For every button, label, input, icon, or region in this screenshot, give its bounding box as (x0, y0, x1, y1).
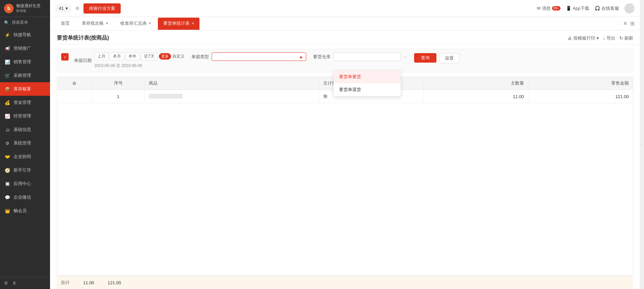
type-dropdown-menu: 要货单要货 要货单退货 (333, 70, 401, 96)
tab-collect-summary-close[interactable]: × (149, 21, 151, 26)
date-label: 单据日期 (74, 58, 92, 64)
dropdown-item-label: 要货单要货 (339, 74, 361, 79)
purchase-icon: 🛒 (4, 72, 11, 79)
last-month-btn[interactable]: 上月 (94, 52, 109, 60)
sidebar-item-basics[interactable]: 🗂 基础信息 (0, 123, 50, 136)
user-avatar[interactable] (624, 3, 635, 14)
tab-inventory-batch[interactable]: 库存批次账 × (76, 18, 114, 30)
collapse-icon[interactable]: ⏸ (12, 281, 17, 286)
sidebar-item-wechat[interactable]: 💬 企业微信 (0, 191, 50, 204)
sidebar-item-label: 营销推广 (14, 45, 31, 51)
app-download-btn[interactable]: 📱 App下载 (566, 5, 589, 12)
topbar: 41 ▾ ⚙ 体验行业方案 ✉ 消息 99+ 📱 App下载 🎧 在线客服 (50, 0, 640, 17)
tab-expand-icon[interactable]: ⊞ (630, 20, 635, 27)
tab-order-stats-close[interactable]: × (192, 21, 194, 26)
sidebar-item-label: 经营管理 (14, 113, 31, 119)
page-actions: 🖨 按模板打印 ▾ ↓ 导出 ↻ 刷新 (568, 35, 634, 41)
app-download-icon: 📱 (566, 6, 571, 11)
tab-order-stats[interactable]: 要货单统计表 × (158, 18, 199, 30)
quick-nav-icon: ⚡ (4, 31, 11, 38)
filter-group: 单据日期 上月 本月 本年 近7天 更多 自定义 2023-05-06 至 20… (74, 52, 629, 69)
dropdown-item-requisition[interactable]: 要货单要货 (334, 70, 401, 83)
marketing-icon: 📢 (4, 45, 11, 52)
right-handle[interactable]: ‹ (640, 0, 644, 289)
sidebar-item-finance[interactable]: 💰 资金管理 (0, 96, 50, 109)
warehouse-label: 要货仓库 (313, 54, 331, 60)
tab-home[interactable]: 首页 (55, 18, 75, 30)
tab-inventory-batch-close[interactable]: × (106, 21, 108, 26)
dropdown-item-return[interactable]: 要货单退货 (334, 83, 401, 96)
column-settings-icon[interactable]: ⚙ (72, 81, 76, 86)
sidebar-item-cooperation[interactable]: 🤝 企业协同 (0, 150, 50, 163)
sidebar-item-purchase[interactable]: 🛒 采购管理 (0, 69, 50, 82)
sidebar-item-guide[interactable]: 🧭 新手引导 (0, 163, 50, 177)
messages-label: 消息 (542, 5, 551, 12)
tab-collect-summary[interactable]: 收发存汇总表 × (115, 18, 157, 30)
search-menu[interactable]: 🔍 搜索菜单 (0, 17, 50, 28)
topbar-left: 41 ▾ ⚙ 体验行业方案 (55, 3, 121, 14)
th-num: 序号 (92, 77, 144, 90)
sidebar-item-label: 企业协同 (14, 154, 31, 160)
sidebar-item-label: 销售管理 (14, 59, 31, 65)
sidebar-item-member[interactable]: 👑 畅会员 (0, 204, 50, 218)
appstore-icon: 🔲 (4, 180, 11, 187)
export-label: 导出 (606, 35, 615, 41)
sidebar-item-marketing[interactable]: 📢 营销推广 (0, 42, 50, 55)
warehouse-more-icon[interactable]: ··· (404, 54, 407, 59)
th-settings[interactable]: ⚙ (57, 77, 92, 90)
system-icon: ⚙ (4, 140, 11, 147)
set-btn[interactable]: 设置 (439, 53, 459, 63)
warehouse-input[interactable] (333, 52, 401, 61)
online-service-label: 在线客服 (601, 5, 619, 12)
filter-expand-btn[interactable]: › (61, 53, 69, 61)
company-selector[interactable]: 41 ▾ (55, 4, 71, 12)
settings-bottom-icon[interactable]: ⚙ (4, 281, 8, 286)
last-7-days-btn[interactable]: 近7天 (141, 52, 158, 60)
sidebar-item-label: 资金管理 (14, 99, 31, 106)
sidebar-item-label: 企业微信 (14, 194, 31, 200)
topbar-gear-icon[interactable]: ⚙ (75, 6, 79, 11)
messages-btn[interactable]: ✉ 消息 99+ (537, 5, 560, 12)
type-chevron-icon: ▲ (299, 54, 303, 59)
sidebar-item-quick-nav[interactable]: ⚡ 快捷导航 (0, 28, 50, 42)
search-icon: 🔍 (4, 20, 9, 25)
tab-order-stats-label: 要货单统计表 (163, 20, 190, 26)
refresh-btn[interactable]: ↻ 刷新 (619, 35, 633, 41)
trial-btn[interactable]: 体验行业方案 (84, 3, 121, 14)
this-month-btn[interactable]: 本月 (110, 52, 124, 60)
refresh-label: 刷新 (624, 35, 633, 41)
tab-home-label: 首页 (61, 20, 70, 26)
tabbar-right: ✕ ⊞ (623, 20, 635, 27)
member-icon: 👑 (4, 207, 11, 214)
sidebar-item-system[interactable]: ⚙ 系统管理 (0, 136, 50, 150)
sidebar-item-sales[interactable]: 📊 销售管理 (0, 55, 50, 69)
tab-close-all-icon[interactable]: ✕ (623, 20, 627, 27)
export-btn[interactable]: ↓ 导出 (603, 35, 616, 41)
app-name: 畅捷通好生意 (16, 3, 41, 9)
online-service-btn[interactable]: 🎧 在线客服 (595, 5, 619, 12)
sales-icon: 📊 (4, 59, 11, 65)
company-name: 41 (59, 6, 64, 11)
sidebar-item-inventory[interactable]: 📦 库存核算 (0, 82, 50, 96)
td-product (144, 90, 319, 103)
finance-icon: 💰 (4, 99, 11, 106)
custom-date-btn[interactable]: 自定义 (172, 53, 185, 59)
export-icon: ↓ (603, 36, 605, 41)
tab-inventory-batch-label: 库存批次账 (82, 20, 104, 26)
this-year-btn[interactable]: 本年 (125, 52, 140, 60)
app-name-area: 畅捷通好生意 标准版 (16, 3, 41, 14)
sidebar-bottom: ⚙ ⏸ (0, 277, 50, 289)
th-qty: 主数量 (424, 77, 528, 90)
query-btn[interactable]: 查询 (414, 53, 436, 63)
sidebar-item-operations[interactable]: 📈 经营管理 (0, 109, 50, 123)
page-title: 要货单统计表(按商品) (57, 35, 109, 42)
print-btn[interactable]: 🖨 按模板打印 ▾ (568, 35, 599, 41)
sidebar-item-label: 应用中心 (14, 181, 31, 187)
sidebar-item-label: 库存核算 (14, 86, 31, 92)
page-header: 要货单统计表(按商品) 🖨 按模板打印 ▾ ↓ 导出 ↻ 刷新 (50, 30, 640, 45)
print-label: 按模板打印 (573, 35, 595, 41)
sidebar-item-appstore[interactable]: 🔲 应用中心 (0, 177, 50, 191)
page-content: 要货单统计表(按商品) 🖨 按模板打印 ▾ ↓ 导出 ↻ 刷新 › (50, 30, 640, 289)
type-dropdown-trigger[interactable]: ▲ (212, 52, 306, 61)
data-table-container: ⚙ 序号 商品 主计量单位 主数量 零售金额 1 (57, 76, 633, 276)
